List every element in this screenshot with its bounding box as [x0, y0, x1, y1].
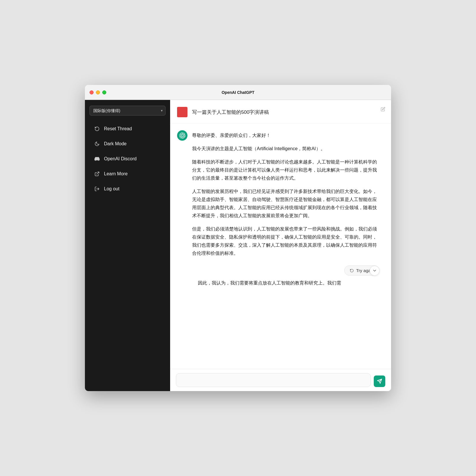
edit-icon[interactable]	[381, 107, 385, 111]
ai-para-4: 人工智能的发展历程中，我们已经见证并感受到了许多新技术带给我们的巨大变化。如今，…	[192, 187, 380, 220]
learn-more-label: Learn More	[104, 171, 128, 176]
logout-label: Log out	[104, 186, 119, 191]
try-again-area: Try again	[170, 263, 391, 278]
input-area	[170, 369, 391, 391]
model-dropdown-wrapper[interactable]: 国际版(你懂得) Default ▾	[90, 106, 166, 116]
ai-para-5: 但是，我们必须清楚地认识到，人工智能的发展也带来了一些风险和挑战。例如，我们必须…	[192, 225, 380, 257]
main-layout: 国际版(你懂得) Default ▾ Reset Thread	[85, 100, 391, 391]
ai-para-2: 我今天演讲的主题是人工智能（Artificial Intelligence，简称…	[192, 145, 380, 153]
sidebar-item-dark-mode[interactable]: Dark Mode	[87, 137, 168, 151]
maximize-button[interactable]	[102, 90, 106, 94]
learn-more-icon	[94, 171, 100, 177]
titlebar-buttons	[90, 90, 106, 94]
chat-scroll[interactable]: 写一篇关于人工智能的500字演讲稿	[170, 100, 391, 369]
titlebar: OpenAI ChatGPT	[85, 85, 391, 100]
send-icon	[377, 379, 382, 384]
send-button[interactable]	[374, 375, 385, 387]
svg-line-0	[97, 172, 99, 174]
dark-mode-icon	[94, 141, 100, 147]
reset-thread-icon	[94, 126, 100, 132]
sidebar-item-logout[interactable]: Log out	[87, 182, 168, 196]
window-title: OpenAI ChatGPT	[222, 90, 254, 95]
close-button[interactable]	[90, 90, 94, 94]
retry-icon	[350, 269, 354, 273]
ai-para-3: 随着科技的不断进步，人们对于人工智能的讨论也越来越多。人工智能是一种计算机科学的…	[192, 158, 380, 182]
sidebar-menu: Reset Thread Dark Mode	[85, 120, 170, 391]
sidebar-item-reset-thread[interactable]: Reset Thread	[87, 122, 168, 136]
sidebar-item-learn-more[interactable]: Learn More	[87, 167, 168, 181]
logout-icon	[94, 186, 100, 192]
sidebar-item-openai-discord[interactable]: OpenAI Discord	[87, 152, 168, 166]
chevron-down-icon	[372, 268, 377, 273]
ai-message-content: 尊敬的评委、亲爱的听众们，大家好！ 我今天演讲的主题是人工智能（Artifici…	[192, 130, 380, 257]
ai-message-row: 尊敬的评委、亲爱的听众们，大家好！ 我今天演讲的主题是人工智能（Artifici…	[170, 123, 391, 263]
ai-partial-text: 因此，我认为，我们需要将重点放在人工智能的教育和研究上。我们需	[198, 280, 341, 285]
openai-discord-label: OpenAI Discord	[104, 156, 137, 161]
dark-mode-label: Dark Mode	[104, 141, 127, 146]
partial-text-row: 因此，我认为，我们需要将重点放在人工智能的教育和研究上。我们需	[170, 278, 391, 292]
ai-para-1: 尊敬的评委、亲爱的听众们，大家好！	[192, 131, 380, 140]
user-message-text: 写一篇关于人工智能的500字演讲稿	[192, 107, 380, 116]
ai-avatar	[177, 130, 187, 141]
app-window: OpenAI ChatGPT 国际版(你懂得) Default ▾	[85, 85, 391, 391]
chat-input[interactable]	[176, 373, 371, 387]
sidebar-dropdown-area: 国际版(你懂得) Default ▾	[85, 103, 170, 120]
reset-thread-label: Reset Thread	[104, 126, 132, 131]
content-area: 写一篇关于人工智能的500字演讲稿	[170, 100, 391, 391]
sidebar: 国际版(你懂得) Default ▾ Reset Thread	[85, 100, 170, 391]
user-message-row: 写一篇关于人工智能的500字演讲稿	[170, 100, 391, 123]
minimize-button[interactable]	[96, 90, 100, 94]
model-select[interactable]: 国际版(你懂得) Default	[90, 106, 166, 116]
discord-icon	[94, 156, 100, 162]
scroll-down-button[interactable]	[370, 266, 380, 276]
user-avatar	[177, 107, 187, 117]
